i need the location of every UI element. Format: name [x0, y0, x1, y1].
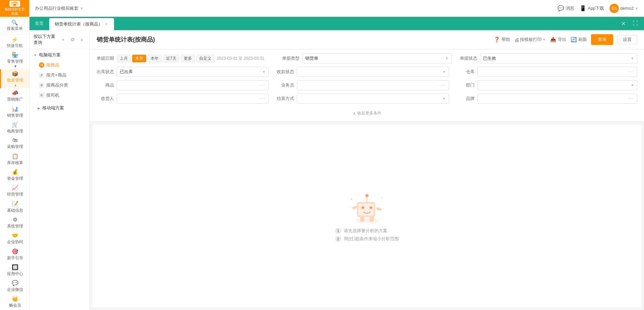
step-2-number: 2	[335, 236, 341, 242]
sidebar-item-collab[interactable]: 🤝 企业协同	[0, 231, 29, 247]
order-status-label: 单据状态	[460, 55, 477, 61]
sidebar-item-retail[interactable]: 🏪 零售管理 ▼	[0, 50, 29, 69]
sidebar-item-sales[interactable]: 📊 销售管理	[0, 104, 29, 120]
app-center-label: 应用中心	[7, 271, 23, 277]
tab-close-button[interactable]: ×	[105, 21, 108, 27]
warehouse-control[interactable]: ···	[477, 67, 637, 77]
product-label: 商品	[97, 82, 114, 88]
query-button[interactable]: 查询	[591, 34, 613, 45]
scheme-item-month-product[interactable]: 月 按月+商品	[30, 70, 90, 80]
step-2-text: 用[过滤]条件来缩小分析范围	[344, 236, 398, 242]
sidebar-item-finance[interactable]: 💰 资金管理	[0, 167, 29, 183]
settings-button[interactable]: 设置	[617, 35, 637, 44]
message-button[interactable]: 💬 消息	[557, 5, 574, 11]
category-icon: 类	[39, 83, 44, 88]
avatar: Ea	[609, 4, 619, 13]
purchase-label: 采购管理	[7, 144, 23, 150]
product-control[interactable]: ···	[117, 80, 269, 90]
date-pill-last-month[interactable]: 上月	[117, 55, 131, 62]
sidebar-item-ecommerce[interactable]: 🛒 电商管理	[0, 120, 29, 136]
department-label: 部门	[457, 82, 475, 88]
collapse-row: ∧ 收起更多条件	[97, 107, 637, 117]
svg-point-8	[370, 207, 372, 209]
app-download-button[interactable]: 📱 App下载	[580, 5, 604, 11]
print-dropdown-icon: ▼	[542, 38, 546, 42]
payment-control[interactable]: ▼	[297, 94, 449, 104]
quick-nav-label: 快捷导航	[2, 43, 27, 49]
newbie-label: 新手引导	[7, 255, 23, 261]
industry-dropdown-icon: ▼	[80, 6, 84, 10]
date-pill-more[interactable]: 更多	[181, 55, 195, 62]
receiver-control[interactable]: ···	[117, 94, 269, 104]
scheme-group-mobile-header[interactable]: ▶ 移动端方案	[30, 103, 90, 113]
search-menu-item[interactable]: 🔍 搜索菜单	[0, 17, 29, 35]
settings-scheme-button[interactable]: ⚙	[69, 36, 76, 43]
order-status-control[interactable]: 已生效 ▼	[480, 53, 637, 63]
order-status-filter: 单据状态 已生效 ▼	[460, 53, 637, 63]
basic-info-label: 基础信息	[7, 208, 23, 213]
sidebar-item-operations[interactable]: 📈 经营管理	[0, 183, 29, 199]
date-pill-this-month[interactable]: 本月	[132, 55, 146, 62]
sidebar-item-marketing[interactable]: 📣 营销推广	[0, 88, 29, 104]
sidebar-item-member[interactable]: 👑 畅会员	[0, 294, 29, 310]
user-menu[interactable]: Ea demo2 ▼	[609, 4, 639, 13]
quick-nav-item[interactable]: ⚡ 快捷导航	[0, 35, 29, 50]
salesperson-control[interactable]: ···	[297, 80, 449, 90]
svg-rect-13	[360, 216, 364, 222]
industry-selector[interactable]: 办公用品行业模拟账套 ▼	[35, 5, 84, 11]
out-status-label: 出库状态	[97, 69, 114, 75]
print-icon: 🖨	[514, 37, 519, 43]
sidebar-item-system[interactable]: ⚙ 系统管理	[0, 215, 29, 230]
retail-expand-icon: ▼	[14, 64, 17, 68]
tab-close-all-button[interactable]: ✕	[619, 19, 628, 28]
svg-rect-1	[13, 4, 16, 6]
tabbar: 首页 销货单统计表（按商品） × ✕ ⛶	[30, 17, 644, 30]
sidebar-item-basic-info[interactable]: 📝 基础信息	[0, 199, 29, 215]
tab-maximize-button[interactable]: ⛶	[631, 19, 640, 28]
scheme-group-desktop-header[interactable]: ▼ 电脑端方案	[30, 50, 90, 60]
out-status-control[interactable]: 已出库 ▼	[117, 67, 269, 77]
empty-illustration: ✦ ✦ ✦	[347, 190, 387, 224]
sidebar-item-newbie[interactable]: 🎯 新手引导	[0, 247, 29, 262]
scheme-item-category[interactable]: 类 按商品分类	[30, 80, 90, 90]
order-type-control[interactable]: 销货单 ▼	[302, 53, 451, 63]
scheme-item-by-product[interactable]: 按 按商品	[30, 60, 90, 70]
brand-control[interactable]: ···	[477, 94, 637, 104]
collapse-filters-button[interactable]: ∧ 收起更多条件	[349, 109, 385, 117]
collapse-scheme-button[interactable]: «	[78, 36, 86, 43]
avatar-text: Ea	[612, 6, 617, 11]
sidebar-item-purchase[interactable]: 🛍 采购管理	[0, 136, 29, 151]
sidebar-item-app-center[interactable]: 🔲 应用中心	[0, 262, 29, 278]
svg-text:✦: ✦	[348, 207, 350, 209]
date-pill-custom[interactable]: 自定义	[196, 55, 214, 62]
sidebar-item-inventory[interactable]: 📋 库存核算	[0, 151, 29, 167]
add-scheme-button[interactable]: +	[59, 36, 67, 43]
desktop-group-label: 电脑端方案	[39, 52, 61, 58]
wechat-work-label: 企业微信	[7, 287, 23, 293]
refresh-button[interactable]: 🔄 刷新	[571, 37, 587, 43]
export-button[interactable]: 📤 导出	[550, 37, 567, 43]
tab-home[interactable]: 首页	[30, 17, 49, 30]
category-label: 按商品分类	[46, 82, 68, 88]
refresh-icon: 🔄	[571, 37, 577, 43]
collect-status-control[interactable]: ▼	[297, 67, 449, 77]
tab-sales-report[interactable]: 销货单统计表（按商品） ×	[49, 18, 114, 30]
collab-icon: 🤝	[12, 232, 18, 239]
date-filter-label: 单据日期	[97, 55, 114, 61]
help-button[interactable]: ❓ 帮助	[494, 37, 510, 43]
print-button[interactable]: 🖨 按模板打印 ▼	[514, 37, 546, 43]
marketing-label: 营销推广	[7, 97, 23, 102]
date-pill-last-7-days[interactable]: 近7天	[163, 55, 179, 62]
product-filter: 商品 ···	[97, 80, 277, 90]
wechat-work-icon: 💬	[12, 280, 18, 286]
driver-label: 按司机	[46, 92, 59, 98]
app-center-icon: 🔲	[12, 264, 18, 270]
sidebar-item-wechat-work[interactable]: 💬 企业微信	[0, 278, 29, 294]
sidebar-item-wholesale[interactable]: 📦 批发管理 ▲	[0, 69, 29, 88]
department-control[interactable]: ▼	[477, 80, 637, 90]
app-logo: 畅捷信好生意 标版	[0, 0, 29, 17]
scheme-item-driver[interactable]: 司 按司机	[30, 90, 90, 100]
operations-icon: 📈	[12, 185, 18, 191]
warehouse-label: 仓库	[457, 69, 475, 75]
date-pill-this-year[interactable]: 本年	[148, 55, 162, 62]
